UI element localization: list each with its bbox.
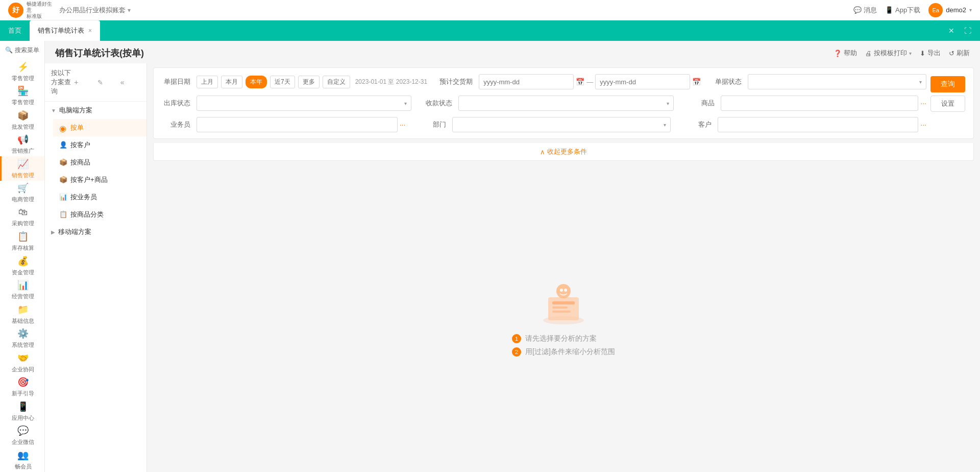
- sidebar-item-sales[interactable]: 📈 销售管理: [0, 156, 44, 181]
- wholesale-icon: 📦: [17, 110, 29, 121]
- help-button[interactable]: ❓ 帮助: [834, 49, 857, 58]
- print-icon: 🖨: [865, 50, 872, 57]
- dept-select[interactable]: ▾: [452, 117, 670, 132]
- sidebar-search[interactable]: 🔍 搜索菜单: [0, 41, 44, 59]
- by-customer-icon: 👤: [59, 141, 67, 149]
- tab-bar: 首页 销售订单统计表 × ✕ ⛶: [0, 20, 980, 41]
- calendar-from-icon[interactable]: 📅: [576, 78, 584, 86]
- search-icon: 🔍: [5, 46, 13, 54]
- empty-step-2: 2 用[过滤]条件来缩小分析范围: [512, 347, 615, 357]
- empty-illustration: [533, 277, 594, 328]
- ship-status-arrow-icon: ▾: [404, 101, 407, 106]
- date-btn-this-year[interactable]: 本年: [246, 76, 267, 88]
- date-range-text: 2023-01-01 至 2023-12-31: [355, 78, 427, 86]
- user-chevron-icon: ▾: [969, 7, 972, 13]
- collapse-bar[interactable]: ∧ 收起更多条件: [153, 143, 974, 161]
- tree-parent-mobile[interactable]: ▶ 移动端方案: [45, 223, 146, 241]
- tree-item-by-cust-prod[interactable]: 📦 按客户+商品: [53, 171, 146, 188]
- tree-item-by-staff[interactable]: 📊 按业务员: [53, 188, 146, 206]
- sidebar-item-finance[interactable]: 💰 资金管理: [0, 253, 44, 278]
- salesperson-input[interactable]: [197, 117, 398, 132]
- sidebar-item-shortcut[interactable]: ⚡ 零售管理: [0, 59, 44, 84]
- newbie-icon: 🎯: [17, 376, 29, 388]
- order-status-arrow-icon: ▾: [919, 79, 922, 85]
- sidebar-item-member[interactable]: 👥 畅会员: [0, 448, 44, 472]
- sidebar-item-basic[interactable]: 📁 基础信息: [0, 302, 44, 327]
- customer-label: 客户: [683, 120, 712, 129]
- sidebar-item-collab[interactable]: 🤝 企业协同: [0, 351, 44, 375]
- sidebar-item-ops[interactable]: 📊 经营管理: [0, 278, 44, 302]
- customer-more-icon[interactable]: ···: [920, 121, 926, 129]
- user-menu[interactable]: Ea demo2 ▾: [928, 3, 972, 17]
- dept-label: 部门: [418, 120, 446, 129]
- product-input[interactable]: [721, 96, 919, 111]
- salesperson-label: 业务员: [162, 120, 190, 129]
- sidebar-item-ecom[interactable]: 🛒 电商管理: [0, 181, 44, 205]
- basic-icon: 📁: [17, 304, 29, 315]
- sidebar-item-appstore[interactable]: 📱 应用中心: [0, 399, 44, 424]
- by-staff-icon: 📊: [59, 193, 67, 201]
- tab-home[interactable]: 首页: [0, 20, 30, 41]
- print-button[interactable]: 🖨 按模板打印 ▾: [865, 49, 912, 58]
- left-panel: 按以下方案查询 + ✎ « ▼ 电脑端方案 ◉ 按单 👤: [45, 63, 147, 472]
- svg-rect-2: [552, 301, 575, 304]
- svg-point-6: [560, 289, 563, 292]
- tree-item-by-category[interactable]: 📋 按商品分类: [53, 206, 146, 223]
- date-btn-custom[interactable]: 自定义: [323, 76, 350, 88]
- message-button[interactable]: 💬 消息: [853, 6, 877, 15]
- tab-sales-order-stats[interactable]: 销售订单统计表 ×: [30, 20, 100, 41]
- calendar-to-icon[interactable]: 📅: [692, 78, 701, 86]
- sidebar-item-marketing[interactable]: 📢 营销推广: [0, 132, 44, 157]
- date-btn-7days[interactable]: 近7天: [270, 76, 295, 88]
- tree-item-by-order[interactable]: ◉ 按单: [53, 119, 146, 136]
- app-icon: 📱: [885, 6, 893, 14]
- date-btn-this-month[interactable]: 本月: [221, 76, 242, 88]
- filter-row-2: 出库状态 ▾ 收款状态 ▾ 商品: [162, 96, 926, 111]
- ecom-icon: 🛒: [17, 182, 29, 194]
- date-group: 上月 本月 本年 近7天 更多 自定义 2023-01-01 至 2023-12…: [197, 76, 427, 88]
- date-btn-last-month[interactable]: 上月: [197, 76, 218, 88]
- expand-mobile-icon: ▶: [51, 229, 55, 235]
- sidebar-item-retail[interactable]: 🏪 零售管理: [0, 84, 44, 108]
- sidebar-item-wechat[interactable]: 💬 企业微信: [0, 423, 44, 448]
- add-scheme-icon[interactable]: +: [74, 78, 94, 86]
- product-more-icon[interactable]: ···: [920, 99, 926, 107]
- tree-item-by-product[interactable]: 📦 按商品: [53, 154, 146, 171]
- order-status-label: 单据状态: [713, 77, 742, 86]
- sidebar-item-purchase[interactable]: 🛍 采购管理: [0, 205, 44, 229]
- ship-status-select[interactable]: ▾: [197, 96, 411, 111]
- window-close-icon[interactable]: ✕: [945, 25, 958, 37]
- logo-icon: 好: [8, 3, 23, 18]
- setting-button[interactable]: 设置: [930, 96, 965, 112]
- customer-input[interactable]: [718, 117, 919, 132]
- tree-parent-pc[interactable]: ▼ 电脑端方案: [45, 102, 146, 119]
- top-bar: 好 畅捷通好生意 标准版 办公用品行业模拟账套 ▾ 💬 消息 📱 App下载 E…: [0, 0, 980, 20]
- sidebar-item-newbie[interactable]: 🎯 新手引导: [0, 375, 44, 399]
- query-button[interactable]: 查询: [930, 76, 965, 92]
- breadcrumb-expand-icon[interactable]: ▾: [128, 7, 131, 14]
- tree-item-by-customer[interactable]: 👤 按客户: [53, 136, 146, 154]
- export-button[interactable]: ⬇ 导出: [920, 49, 941, 58]
- refresh-button[interactable]: ↺ 刷新: [949, 49, 970, 58]
- sidebar-item-system[interactable]: ⚙️ 系统管理: [0, 326, 44, 351]
- expected-date-from-input[interactable]: [479, 74, 574, 89]
- collab-icon: 🤝: [17, 352, 29, 364]
- collapse-panel-icon[interactable]: «: [120, 78, 140, 86]
- main-layout: 🔍 搜索菜单 ⚡ 零售管理 🏪 零售管理 📦 批发管理 📢 营销推广 📈 销售管…: [0, 41, 980, 472]
- edit-scheme-icon[interactable]: ✎: [97, 79, 117, 86]
- order-status-select[interactable]: ▾: [748, 74, 926, 89]
- date-btn-more[interactable]: 更多: [298, 76, 320, 88]
- filter-row-1: 单据日期 上月 本月 本年 近7天 更多 自定义 2023-01-01 至 20…: [162, 74, 926, 89]
- window-expand-icon[interactable]: ⛶: [962, 25, 974, 37]
- filter-row-3: 业务员 ··· 部门 ▾ 客户: [162, 117, 926, 132]
- payment-status-select[interactable]: ▾: [458, 96, 673, 111]
- sidebar-item-wholesale[interactable]: 📦 批发管理: [0, 108, 44, 132]
- salesperson-more-icon[interactable]: ···: [400, 121, 406, 129]
- tab-close-icon[interactable]: ×: [88, 27, 92, 34]
- marketing-icon: 📢: [17, 134, 29, 145]
- app-download-button[interactable]: 📱 App下载: [885, 6, 920, 15]
- ship-status-label: 出库状态: [162, 99, 190, 108]
- filter-area: 单据日期 上月 本月 本年 近7天 更多 自定义 2023-01-01 至 20…: [153, 67, 974, 139]
- sidebar-item-inventory[interactable]: 📋 库存核算: [0, 229, 44, 254]
- expected-date-to-input[interactable]: [595, 74, 690, 89]
